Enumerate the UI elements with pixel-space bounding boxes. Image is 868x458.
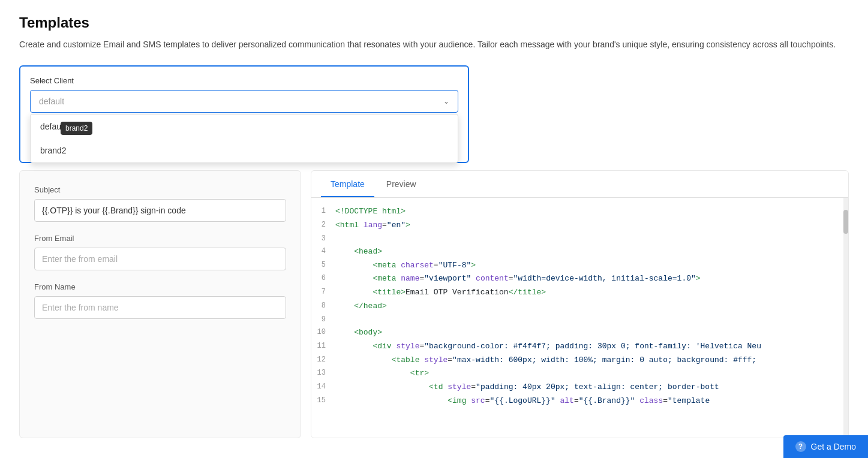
select-client-box: Select Client default ⌄ default brand2 b… <box>19 65 469 163</box>
dropdown-placeholder: default <box>39 97 64 106</box>
subject-label: Subject <box>34 185 286 194</box>
dropdown-item-default[interactable]: default <box>31 115 458 138</box>
dropdown-menu: default brand2 brand2 <box>30 114 458 163</box>
get-demo-button[interactable]: ? Get a Demo <box>783 435 868 458</box>
from-email-field-group: From Email <box>34 234 286 270</box>
from-name-input[interactable] <box>34 296 286 319</box>
get-demo-label: Get a Demo <box>811 442 856 451</box>
select-client-dropdown[interactable]: default ⌄ <box>30 90 458 113</box>
scrollbar[interactable] <box>843 198 848 438</box>
right-panel: Template Preview 1 <!DOCTYPE html> 2 <ht… <box>311 170 849 438</box>
dropdown-wrapper: default ⌄ default brand2 brand2 <box>30 90 458 113</box>
code-line-11: 11 <div style="background-color: #f4f4f7… <box>311 340 848 354</box>
from-email-input[interactable] <box>34 248 286 270</box>
code-line-15: 15 <img src="{{.LogoURL}}" alt="{{.Brand… <box>311 394 848 408</box>
from-name-label: From Name <box>34 282 286 291</box>
tabs-bar: Template Preview <box>311 171 848 198</box>
page-title: Templates <box>19 14 849 31</box>
code-line-14: 14 <td style="padding: 40px 20px; text-a… <box>311 381 848 394</box>
page-wrapper: Templates Create and customize Email and… <box>0 0 868 458</box>
select-client-label: Select Client <box>30 76 458 85</box>
subject-input[interactable] <box>34 199 286 222</box>
code-line-6: 6 <meta name="viewport" content="width=d… <box>311 272 848 286</box>
code-line-4: 4 <head> <box>311 245 848 259</box>
tab-template[interactable]: Template <box>321 171 374 197</box>
scrollbar-thumb[interactable] <box>843 210 848 234</box>
code-line-3: 3 <box>311 233 848 245</box>
help-icon: ? <box>795 441 806 452</box>
main-content: Subject From Email From Name Template Pr… <box>19 170 849 438</box>
code-line-1: 1 <!DOCTYPE html> <box>311 205 848 219</box>
code-line-12: 12 <table style="max-width: 600px; width… <box>311 354 848 367</box>
code-editor[interactable]: 1 <!DOCTYPE html> 2 <html lang="en"> 3 4… <box>311 198 848 438</box>
code-line-8: 8 </head> <box>311 300 848 314</box>
tab-preview[interactable]: Preview <box>377 171 426 197</box>
page-description: Create and customize Email and SMS templ… <box>19 38 841 51</box>
code-line-5: 5 <meta charset="UTF-8"> <box>311 259 848 273</box>
code-line-7: 7 <title>Email OTP Verification</title> <box>311 286 848 300</box>
chevron-down-icon: ⌄ <box>443 97 449 106</box>
subject-field-group: Subject <box>34 185 286 222</box>
code-line-10: 10 <body> <box>311 326 848 340</box>
dropdown-tooltip: brand2 <box>61 122 92 135</box>
code-line-2: 2 <html lang="en"> <box>311 219 848 233</box>
code-line-13: 13 <tr> <box>311 367 848 381</box>
from-email-label: From Email <box>34 234 286 243</box>
from-name-field-group: From Name <box>34 282 286 319</box>
code-line-9: 9 <box>311 314 848 326</box>
left-panel: Subject From Email From Name <box>19 170 301 438</box>
dropdown-item-brand2[interactable]: brand2 brand2 <box>31 138 458 162</box>
